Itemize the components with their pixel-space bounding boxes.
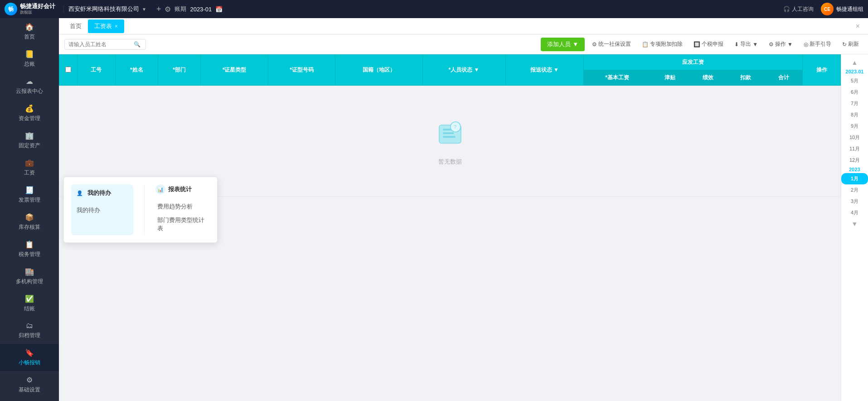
timeline-up-nav[interactable]: ▲ (850, 57, 860, 68)
tax-report-label: 个税申报 (702, 40, 723, 48)
export-label: 导出 (740, 40, 751, 48)
timeline-month-12[interactable]: 12月 (841, 155, 868, 166)
tab-home-label: 首页 (70, 23, 82, 29)
period-label: 账期 (175, 5, 186, 13)
tab-salary[interactable]: 工资表 × (88, 19, 124, 33)
popup-dept-cost[interactable]: 部门费用类型统计表 (155, 213, 210, 235)
popup-cost-trend[interactable]: 费用趋势分析 (155, 200, 210, 213)
add-button[interactable]: + (156, 5, 161, 14)
sidebar-item-multi-org[interactable]: 🏬 多机构管理 (0, 263, 59, 290)
search-box[interactable]: 🔍 (64, 39, 146, 50)
th-name: *姓名 (115, 55, 158, 86)
sidebar-item-invoice[interactable]: 🧾 发票管理 (0, 181, 59, 208)
cloud-icon: ☁ (26, 77, 33, 86)
popup-col-reports: 📊 报表统计 费用趋势分析 部门费用类型统计表 (155, 184, 210, 235)
sidebar-item-ledger[interactable]: 📒 总账 (0, 45, 59, 72)
tab-close-area: × (852, 20, 863, 32)
timeline-month-10[interactable]: 10月 (841, 132, 868, 143)
th-report-status: 报送状态 ▼ (505, 55, 583, 86)
sidebar-item-basic-settings[interactable]: ⚙ 基础设置 (0, 371, 59, 398)
sidebar-item-inventory[interactable]: 📦 库存核算 (0, 208, 59, 236)
basic-settings-icon: ⚙ (26, 376, 33, 384)
timeline-month-8[interactable]: 8月 (841, 109, 868, 121)
search-input[interactable] (68, 41, 132, 48)
th-department: *部门 (158, 55, 200, 86)
invoice-icon: 🧾 (25, 186, 34, 194)
toolbar-special-deduction-btn[interactable]: 📋 专项附加扣除 (638, 39, 686, 50)
user-initials: CE (824, 7, 830, 12)
toolbar-operation-btn[interactable]: ⚙ 操作 ▼ (765, 39, 796, 50)
tab-salary-label: 工资表 (94, 22, 112, 30)
toolbar-tax-report-btn[interactable]: 🔲 个税申报 (690, 39, 727, 50)
th-checkbox[interactable] (59, 55, 78, 86)
sidebar-item-archive[interactable]: 🗂 归档管理 (0, 317, 59, 344)
social-insurance-label: 统一社保设置 (598, 40, 631, 48)
settings-icon[interactable]: ⚙ (165, 5, 171, 14)
sidebar-label-basic: 基础设置 (19, 386, 40, 394)
tax-icon: 📋 (25, 240, 34, 249)
sidebar-item-close-accounts[interactable]: ✅ 结账 (0, 290, 59, 317)
timeline-month-11[interactable]: 11月 (841, 143, 868, 155)
support-link[interactable]: 🎧 人工咨询 (783, 5, 814, 13)
popup-reports-title: 📊 报表统计 (155, 184, 210, 194)
sidebar-label-salary: 工资 (24, 169, 35, 177)
toolbar-export-btn[interactable]: ⬇ 导出 ▼ (731, 39, 761, 50)
timeline-month-4[interactable]: 4月 (841, 207, 868, 218)
sidebar: 🏠 首页 📒 总账 ☁ 云报表中心 💰 资金管理 🏢 固定资产 💼 工资 🧾 发… (0, 18, 59, 401)
sidebar-label-inventory: 库存核算 (19, 223, 40, 231)
special-deduction-icon: 📋 (642, 41, 649, 48)
sidebar-label-home: 首页 (24, 33, 35, 41)
sidebar-item-salary[interactable]: 💼 工资 (0, 154, 59, 181)
refresh-label: 刷新 (848, 40, 859, 48)
cost-trend-label: 费用趋势分析 (157, 203, 193, 210)
window-close-button[interactable]: × (852, 20, 863, 32)
tax-report-icon: 🔲 (693, 41, 700, 48)
user-info[interactable]: CE 畅捷通组组 (821, 3, 863, 15)
th-allowance: 津贴 (651, 70, 689, 86)
sidebar-item-home[interactable]: 🏠 首页 (0, 18, 59, 45)
calendar-icon[interactable]: 📅 (215, 6, 223, 13)
timeline-year2: 2023 (849, 166, 860, 173)
sidebar-label-archive: 归档管理 (19, 332, 40, 339)
ledger-icon: 📒 (25, 50, 34, 58)
sidebar-item-guide[interactable]: ▶ 新手引导 (0, 398, 59, 401)
header-right-actions: 🎧 人工咨询 CE 畅捷通组组 (783, 3, 863, 15)
timeline-month-7[interactable]: 7月 (841, 98, 868, 109)
empty-text: 暂无数据 (438, 158, 462, 166)
toolbar-social-insurance-btn[interactable]: ⚙ 统一社保设置 (588, 39, 635, 50)
expense-icon: 🔖 (25, 348, 34, 357)
tab-bar: 首页 工资表 × × (59, 18, 868, 34)
home-icon: 🏠 (25, 23, 34, 31)
svg-rect-2 (443, 132, 454, 134)
timeline-month-9[interactable]: 9月 (841, 121, 868, 132)
timeline-month-6[interactable]: 6月 (841, 87, 868, 98)
timeline-month-2[interactable]: 2月 (841, 184, 868, 196)
sidebar-label-tax: 税务管理 (19, 251, 40, 258)
sidebar-item-expense[interactable]: 🔖 小畅报销 (0, 344, 59, 371)
sidebar-label-assets: 固定资产 (19, 142, 40, 150)
timeline-month-3[interactable]: 3月 (841, 196, 868, 207)
select-all-checkbox[interactable] (65, 67, 71, 72)
tab-home[interactable]: 首页 (63, 19, 88, 33)
support-label: 人工咨询 (792, 5, 814, 13)
timeline-down-nav[interactable]: ▼ (850, 218, 860, 229)
timeline-month-1[interactable]: 1月 (841, 173, 868, 184)
company-selector[interactable]: 西安虾米网络科技有限公司 ▼ (63, 5, 151, 13)
tab-close-icon[interactable]: × (115, 23, 118, 29)
sidebar-item-cloud-report[interactable]: ☁ 云报表中心 (0, 72, 59, 100)
user-name: 畅捷通组组 (836, 5, 863, 13)
sidebar-item-assets[interactable]: 🏢 固定资产 (0, 127, 59, 154)
timeline-month-5[interactable]: 5月 (841, 75, 868, 87)
popup-divider (144, 184, 145, 235)
toolbar-guide-btn[interactable]: ◎ 新手引导 (800, 39, 835, 50)
sidebar-item-fund[interactable]: 💰 资金管理 (0, 100, 59, 127)
th-deduction: 扣款 (727, 70, 765, 86)
app-logo-icon: 畅 (5, 3, 17, 15)
popup-col-todo: 👤 我的待办 我的待办 (71, 184, 133, 235)
fund-icon: 💰 (25, 104, 34, 113)
th-base-salary: *基本工资 (583, 70, 651, 86)
toolbar-refresh-btn[interactable]: ↻ 刷新 (839, 39, 863, 50)
sidebar-item-tax[interactable]: 📋 税务管理 (0, 236, 59, 263)
add-person-button[interactable]: 添加人员 ▼ (541, 38, 585, 51)
popup-my-todo[interactable]: 我的待办 (75, 203, 130, 217)
